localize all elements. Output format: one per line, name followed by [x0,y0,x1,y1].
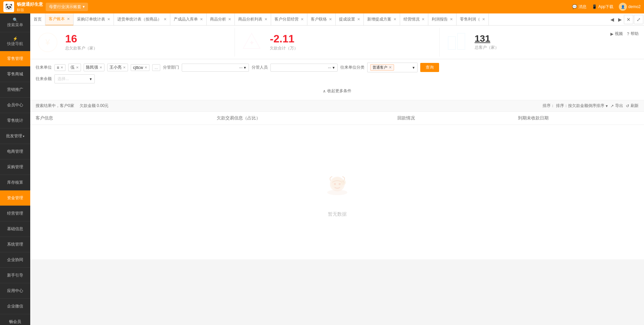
tab-product-analysis[interactable]: 商品分析 ✕ [207,13,235,26]
video-btn[interactable]: ▶ 视频 [610,31,623,37]
sidebar-item-capital-manage[interactable]: 资金管理 [0,190,30,206]
sidebar-search[interactable]: 🔍 搜索菜单 [0,13,30,32]
sort-select[interactable]: 排序： 排序：按欠款金额倒序排序 ▾ [543,103,608,109]
sidebar-item-retail-manage[interactable]: 零售管理 [0,51,30,67]
sidebar-item-ecommerce[interactable]: 电商管理 [0,144,30,159]
stat-number-1: 16 [65,33,97,44]
stat-text-2: -2.11 欠款合计（万） [270,33,298,51]
tab-inbound-stats-close[interactable]: ✕ [164,17,167,22]
tag-cjttcw-close[interactable]: ✕ [144,66,147,69]
unit-type-close[interactable]: ✕ [389,65,392,70]
tab-actions: ◀ ▶ ✕ ⤢ [608,13,644,26]
tab-product-analysis-list-close[interactable]: ✕ [264,17,267,22]
sidebar-item-member-center[interactable]: 会员中心 [0,98,30,113]
collapse-label: 收起更多条件 [327,88,351,94]
sidebar-item-enterprise-collab[interactable]: 企业协同 [0,252,30,268]
svg-point-10 [339,183,341,185]
svg-text:¥: ¥ [45,38,50,47]
tab-customer-accounts[interactable]: 客户账本 ✕ [45,13,74,26]
tab-profit-report[interactable]: 利润报告 ✕ [428,13,457,26]
message-label: 消息 [578,4,587,10]
sidebar-item-enterprise-wechat[interactable]: 企业微信 [0,299,30,314]
tab-ops-situation-close[interactable]: ✕ [422,17,425,22]
help-btn[interactable]: ? 帮助 [627,31,639,37]
sidebar-item-new-guide[interactable]: 新手引导 [0,268,30,283]
tab-home[interactable]: 首页 [30,13,45,26]
collapse-btn[interactable]: ∧ 收起更多条件 [320,87,354,95]
tab-retail-profit[interactable]: 零售利润（ ✕ [457,13,489,26]
unit-type-select[interactable]: 普通客户 ✕ ▾ [367,63,418,72]
unit-type-tag: 普通客户 ✕ [370,64,394,71]
refresh-btn[interactable]: ↺ 刷新 [626,103,639,109]
filter-more-btn[interactable]: ... [152,64,160,71]
sidebar-item-inventory[interactable]: 库存核算 [0,175,30,190]
tag-wang-close[interactable]: ✕ [123,66,126,69]
tab-customer-accounts-close[interactable]: ✕ [67,17,70,21]
tab-customer-contact-close[interactable]: ✕ [329,17,332,22]
tab-product-inbound-close[interactable]: ✕ [200,17,203,22]
sidebar-item-retail-stats[interactable]: 零售统计 [0,113,30,129]
sidebar-item-vip-member[interactable]: 畅会员 [0,314,30,325]
svg-rect-4 [448,37,456,49]
tab-prev-btn[interactable]: ◀ [608,13,616,26]
tab-product-analysis-close[interactable]: ✕ [228,17,231,22]
tab-customer-contact[interactable]: 客户联络 ✕ [307,13,336,26]
stat-label-2: 欠款合计（万） [270,45,298,51]
tab-purchase-order-stats[interactable]: 采购订单统计表 ✕ [74,13,114,26]
filter-tag-wu[interactable]: 伍 ✕ [68,64,81,71]
app-download-btn[interactable]: 📱 App下载 [592,4,613,10]
tag-select-close[interactable]: ✕ [60,66,63,69]
filter-bar: 往来单位 ≡ ✕ 伍 ✕ 陈民强 ✕ [30,59,644,100]
tab-expand-btn[interactable]: ⤢ [634,15,643,24]
tab-prompt-settings-close[interactable]: ✕ [357,17,360,22]
message-btn[interactable]: 💬 消息 [572,4,587,10]
export-icon: ↗ [610,104,614,108]
sidebar-item-basic-info[interactable]: 基础信息 [0,221,30,237]
tab-customer-accounts-label: 客户账本 [49,16,65,22]
staff-more-icon: ··· [328,65,331,70]
tab-ops-situation[interactable]: 经营情况 ✕ [400,13,428,26]
staff-label: 分管人员 [252,65,268,70]
query-btn[interactable]: 查询 [420,63,439,72]
sidebar-item-retail-mall[interactable]: 零售商城 [0,67,30,82]
tab-retail-profit-close[interactable]: ✕ [482,17,485,22]
export-btn[interactable]: ↗ 导出 [610,103,623,109]
tab-product-analysis-list[interactable]: 商品分析列表 ✕ [235,13,271,26]
tab-new-prompt-plan[interactable]: 新增提成方案 ✕ [364,13,400,26]
tab-close-all-btn[interactable]: ✕ [624,15,633,24]
tab-profit-report-close[interactable]: ✕ [450,17,453,22]
tag-wu-close[interactable]: ✕ [76,66,79,69]
stats-bar: ¥ 16 总欠款客户（家） ✦ -2.11 欠款合计（万） [30,26,644,59]
user-profile[interactable]: 👤 demo2 [619,3,641,11]
tab-next-btn[interactable]: ▶ [616,13,624,26]
app-title: 畅捷通好生意 [17,1,43,7]
sidebar-item-purchase[interactable]: 采购管理 [0,159,30,175]
tab-inbound-stats-product[interactable]: 进货单统计表（按商品） ✕ [114,13,170,26]
tab-product-inbound[interactable]: 产成品入库单 ✕ [170,13,207,26]
sidebar-item-wholesale-manage[interactable]: 批发管理 ▾ [0,129,30,144]
sidebar-item-system-manage[interactable]: 系统管理 [0,237,30,252]
tab-new-prompt-plan-close[interactable]: ✕ [393,17,396,22]
tab-purchase-order-stats-close[interactable]: ✕ [107,17,110,22]
search-result-text: 搜索结果中，客户0家 [36,103,74,109]
sidebar-quick-nav[interactable]: ⚡ 快捷导航 [0,32,30,51]
tab-prompt-settings[interactable]: 提成设置 ✕ [336,13,364,26]
balance-select[interactable]: 选择... ▾ [54,74,95,83]
sidebar-item-ops-manage[interactable]: 经营管理 [0,206,30,221]
tab-inbound-stats-label: 进货单统计表（按商品） [117,16,162,22]
app-subtitle: 标版 [17,7,43,12]
filter-tag-cjttcw[interactable]: cjttcw ✕ [131,64,149,71]
filter-tag-wang[interactable]: 王小亮 ✕ [107,64,128,71]
sidebar-item-app-center[interactable]: 应用中心 [0,283,30,299]
tab-customer-segment[interactable]: 客户分层经营 ✕ [271,13,307,26]
content-area: 首页 客户账本 ✕ 采购订单统计表 ✕ 进货单统计表（按商品） ✕ 产成品入库单… [30,13,644,325]
dept-select[interactable]: ··· ▾ [182,64,249,72]
filter-tag-chen[interactable]: 陈民强 ✕ [84,64,104,71]
tab-customer-segment-close[interactable]: ✕ [301,17,304,22]
account-selector[interactable]: 母婴行业演示账套 ▾ [46,3,88,11]
svg-point-11 [341,180,346,185]
filter-tag-unit-select[interactable]: ≡ ✕ [54,64,66,71]
staff-select[interactable]: ··· ▾ [270,64,338,72]
sidebar-item-marketing[interactable]: 营销推广 [0,82,30,98]
tag-chen-close[interactable]: ✕ [99,66,102,69]
